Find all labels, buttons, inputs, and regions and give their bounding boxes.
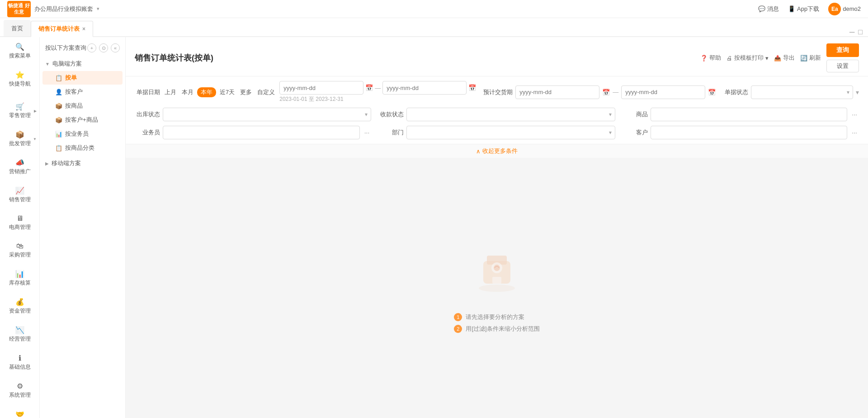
calendar-start-icon[interactable]: 📅 — [365, 84, 373, 91]
customer-more-btn[interactable]: ··· — [850, 129, 859, 136]
sidebar-item-system[interactable]: ⚙ 系统管理 — [0, 376, 39, 404]
ecommerce-icon: 🖥 — [16, 214, 24, 223]
salesman-more-btn[interactable]: ··· — [363, 129, 372, 136]
print-btn[interactable]: 🖨 按模板打印 ▾ — [726, 54, 769, 62]
user-profile[interactable]: Ea demo2 — [828, 3, 861, 15]
calendar-end-icon[interactable]: 📅 — [468, 84, 476, 91]
tab-close-btn[interactable]: × — [82, 26, 85, 32]
goods-more-btn[interactable]: ··· — [850, 111, 859, 118]
salesman-input[interactable] — [163, 126, 360, 139]
shortcut-last-month[interactable]: 上月 — [163, 87, 178, 97]
refresh-icon: 🔄 — [800, 55, 807, 62]
ship-status-select[interactable]: 全部 — [163, 108, 371, 121]
payment-status-group: 收款状态 全部 — [378, 108, 615, 121]
page-header: 销售订单统计表(按单) ❓ 帮助 🖨 按模板打印 ▾ 📤 导出 — [126, 37, 868, 76]
date-shortcuts: 上月 本月 本年 近7天 更多 自定义 — [163, 87, 277, 97]
main-content: 销售订单统计表(按单) ❓ 帮助 🖨 按模板打印 ▾ 📤 导出 — [126, 37, 868, 418]
refresh-label: 刷新 — [809, 54, 821, 62]
settings-btn[interactable]: 设置 — [826, 60, 859, 72]
order-status-select[interactable]: 全部 — [751, 86, 853, 99]
date-label: 单据日期 — [135, 88, 160, 96]
sidebar-item-wholesale[interactable]: 📦 批发管理 — [0, 125, 39, 153]
shortcut-more[interactable]: 更多 — [238, 87, 254, 97]
topbar-left: 畅捷通 好生意 办公用品行业模拟账套 ▾ — [7, 1, 99, 17]
tabbar: 首页 销售订单统计表 × ─ □ — [0, 18, 868, 37]
sidebar-item-sales[interactable]: 📈 销售管理 — [0, 181, 39, 209]
active-tab-label: 销售订单统计表 — [38, 25, 80, 33]
search-btn[interactable]: 查询 — [826, 43, 859, 57]
message-btn[interactable]: 💬 消息 — [758, 5, 779, 13]
plan-item-customer[interactable]: 👤 按客户 — [42, 85, 123, 99]
plan-item-category[interactable]: 📋 按商品分类 — [42, 141, 123, 155]
settings-plan-btn[interactable]: ⊙ — [99, 43, 108, 52]
shortcut-last-7[interactable]: 近7天 — [218, 87, 236, 97]
shortcut-this-month[interactable]: 本月 — [180, 87, 195, 97]
sidebar: 🔍 搜索菜单 ⭐ 快捷导航 🛒 零售管理 📦 批发管理 📣 营销推广 📈 销售管… — [0, 37, 40, 418]
tab-sales-order-stats[interactable]: 销售订单统计表 × — [31, 21, 93, 37]
delivery-start-input[interactable] — [515, 86, 599, 99]
shortcut-this-year[interactable]: 本年 — [197, 87, 216, 97]
plan-item-goods[interactable]: 📦 按商品 — [42, 99, 123, 113]
date-inputs: 📅 — 📅 — [279, 81, 476, 95]
app-dropdown-arrow[interactable]: ▾ — [97, 6, 99, 12]
department-select[interactable]: 全部 — [406, 126, 615, 139]
sidebar-item-label: 零售管理 — [9, 112, 31, 119]
plan-item-order[interactable]: 📋 按单 — [42, 71, 123, 85]
plan-goods-label: 按商品 — [65, 102, 83, 110]
search-actions: 查询 设置 — [826, 43, 859, 72]
minimize-btn[interactable]: ─ — [849, 28, 854, 36]
refresh-btn[interactable]: 🔄 刷新 — [800, 54, 821, 62]
sidebar-item-enterprise[interactable]: 🤝 企业协同 — [0, 404, 39, 418]
order-status-label: 单据状态 — [723, 88, 748, 96]
order-status-select-wrapper: 全部 — [751, 86, 853, 99]
help-btn[interactable]: ❓ 帮助 — [700, 54, 721, 62]
plan-salesman-label: 按业务员 — [65, 130, 89, 138]
page-actions: ❓ 帮助 🖨 按模板打印 ▾ 📤 导出 🔄 刷新 — [700, 43, 859, 72]
tab-home[interactable]: 首页 — [4, 20, 31, 36]
export-btn[interactable]: 📤 导出 — [774, 54, 795, 62]
date-range-info: 2023-01-01 至 2023-12-31 — [279, 95, 476, 103]
app-download-btn[interactable]: 📱 App下载 — [788, 5, 819, 13]
export-icon: 📤 — [774, 55, 781, 62]
maximize-btn[interactable]: □ — [858, 28, 863, 36]
goods-input[interactable] — [651, 108, 848, 121]
purchase-icon: 🛍 — [16, 242, 24, 250]
page-title: 销售订单统计表(按单) — [135, 52, 213, 63]
sidebar-item-operations[interactable]: 📉 经营管理 — [0, 320, 39, 348]
shortcut-custom[interactable]: 自定义 — [255, 87, 277, 97]
customer-input[interactable] — [651, 126, 848, 139]
sidebar-item-shortcuts[interactable]: ⭐ 快捷导航 — [0, 65, 39, 93]
tip-num-2: 2 — [454, 325, 462, 333]
payment-status-select[interactable]: 全部 — [406, 108, 615, 121]
date-start-input[interactable] — [279, 81, 363, 95]
payment-status-select-wrapper: 全部 — [406, 108, 615, 121]
delivery-end-input[interactable] — [621, 86, 705, 99]
basics-icon: ℹ — [19, 354, 21, 362]
collapse-btn-area[interactable]: ∧ 收起更多条件 — [126, 144, 868, 158]
order-status-expand-icon[interactable]: ▾ — [856, 89, 859, 96]
pc-plan-header[interactable]: ▼ 电脑端方案 — [40, 57, 125, 71]
plan-item-salesman[interactable]: 📊 按业务员 — [42, 127, 123, 141]
print-label: 按模板打印 — [734, 54, 764, 62]
delivery-calendar-end-icon[interactable]: 📅 — [708, 89, 716, 96]
sidebar-item-label: 采购管理 — [9, 251, 31, 259]
sidebar-item-basics[interactable]: ℹ 基础信息 — [0, 348, 39, 376]
sidebar-item-search[interactable]: 🔍 搜索菜单 — [0, 37, 39, 65]
sidebar-item-purchase[interactable]: 🛍 采购管理 — [0, 237, 39, 264]
logo: 畅捷通 好生意 — [7, 1, 31, 17]
delivery-calendar-start-icon[interactable]: 📅 — [602, 89, 610, 96]
date-end-input[interactable] — [382, 81, 467, 95]
collapse-panel-btn[interactable]: « — [111, 43, 120, 52]
mobile-plan-header[interactable]: ▶ 移动端方案 — [40, 157, 125, 170]
help-icon: ❓ — [700, 55, 708, 62]
delivery-date-group: 预计交货期 📅 — 📅 — [483, 86, 716, 99]
date-separator: — — [375, 85, 381, 91]
sidebar-item-finance[interactable]: 💰 资金管理 — [0, 292, 39, 320]
plan-item-customer-goods[interactable]: 📦 按客户+商品 — [42, 113, 123, 127]
sidebar-item-inventory[interactable]: 📊 库存核算 — [0, 264, 39, 292]
sidebar-item-marketing[interactable]: 📣 营销推广 — [0, 153, 39, 181]
sidebar-item-ecommerce[interactable]: 🖥 电商管理 — [0, 209, 39, 237]
plan-customer-icon: 👤 — [55, 89, 62, 95]
sidebar-item-retail[interactable]: 🛒 零售管理 — [0, 97, 39, 125]
add-plan-btn[interactable]: + — [87, 43, 96, 52]
